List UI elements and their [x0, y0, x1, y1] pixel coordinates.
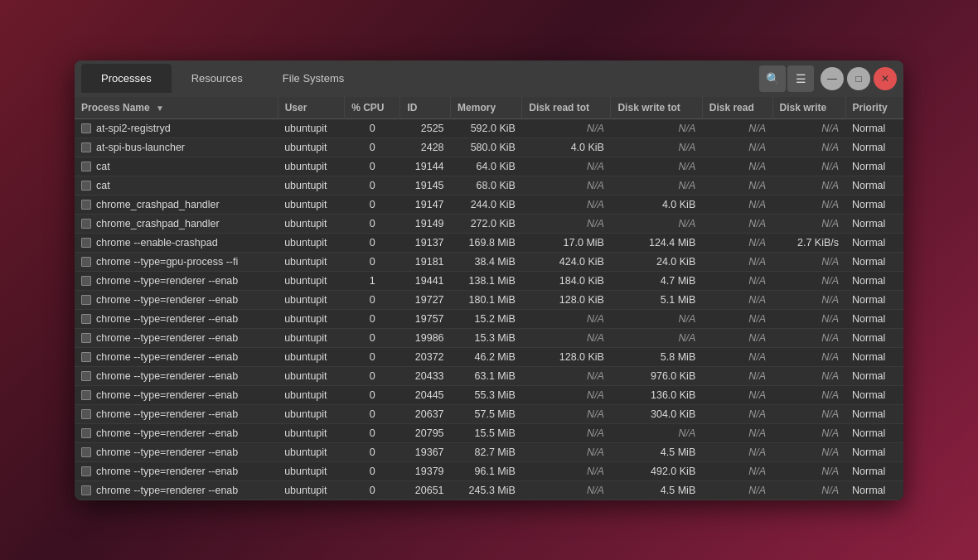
na-value: N/A: [821, 218, 839, 229]
cell-value: N/A: [772, 176, 845, 195]
table-row[interactable]: chrome --type=renderer --enabubuntupit11…: [75, 271, 903, 290]
table-row[interactable]: chrome --enable-crashpadubuntupit0191371…: [75, 233, 903, 252]
cell-memory: 63.1 MiB: [451, 366, 522, 385]
cell-user: ubuntupit: [278, 480, 345, 500]
cell-value: 4.0 KiB: [522, 138, 611, 157]
table-row[interactable]: at-spi2-registrydubuntupit02525592.0 KiB…: [75, 118, 903, 138]
process-name-text: chrome --type=renderer --enab: [96, 370, 238, 382]
na-value: N/A: [748, 294, 766, 306]
cell-value: N/A: [702, 271, 772, 290]
table-row[interactable]: chrome --type=renderer --enabubuntupit02…: [75, 423, 903, 442]
cell-value: N/A: [702, 328, 772, 347]
na-value: N/A: [678, 142, 695, 153]
cell-value: 128.0 KiB: [522, 347, 611, 366]
na-value: N/A: [748, 313, 766, 325]
table-row[interactable]: chrome --type=renderer --enabubuntupit01…: [75, 461, 903, 480]
cell-value: 2.7 KiB/s: [772, 233, 845, 252]
table-header-row: Process Name ▼ User % CPU ID Memory Disk…: [75, 97, 903, 119]
cell-value: N/A: [702, 252, 772, 271]
process-name-text: chrome_crashpad_handler: [96, 199, 220, 210]
table-row[interactable]: chrome --type=gpu-process --fiubuntupit0…: [75, 252, 903, 271]
cell-process-name: cat: [75, 157, 278, 176]
cell-cpu: 0: [345, 442, 400, 461]
col-header-process[interactable]: Process Name ▼: [75, 97, 278, 119]
cell-user: ubuntupit: [278, 138, 345, 157]
na-value: N/A: [587, 466, 604, 477]
na-value: N/A: [748, 180, 766, 191]
na-value: N/A: [748, 161, 766, 172]
cell-value: 24.0 KiB: [611, 252, 702, 271]
menu-button[interactable]: ☰: [787, 65, 814, 92]
tab-file-systems[interactable]: File Systems: [263, 64, 364, 93]
cell-priority: Normal: [845, 423, 903, 442]
cell-priority: Normal: [845, 157, 903, 176]
process-icon: [81, 352, 91, 362]
table-row[interactable]: chrome --type=renderer --enabubuntupit02…: [75, 404, 903, 423]
cell-value: N/A: [772, 423, 845, 442]
col-header-user[interactable]: User: [278, 97, 345, 119]
cell-id: 20445: [400, 385, 451, 404]
tab-processes[interactable]: Processes: [81, 64, 172, 93]
cell-value: N/A: [702, 176, 772, 195]
table-row[interactable]: chrome --type=renderer --enabubuntupit02…: [75, 347, 903, 366]
col-header-id[interactable]: ID: [400, 97, 451, 119]
cell-value: N/A: [772, 290, 845, 309]
na-value: N/A: [587, 427, 604, 439]
table-row[interactable]: catubuntupit01914568.0 KiBN/AN/AN/AN/ANo…: [75, 176, 903, 195]
table-row[interactable]: at-spi-bus-launcherubuntupit02428580.0 K…: [75, 138, 903, 157]
cell-cpu: 1: [345, 271, 400, 290]
na-value: N/A: [748, 275, 766, 287]
minimize-button[interactable]: —: [821, 67, 844, 90]
col-header-memory[interactable]: Memory: [451, 97, 522, 119]
col-header-disk-read-tot[interactable]: Disk read tot: [522, 97, 611, 119]
na-value: N/A: [678, 180, 695, 191]
cell-process-name: chrome --type=renderer --enab: [75, 367, 278, 385]
na-value: N/A: [587, 313, 604, 325]
cell-value: N/A: [772, 157, 845, 176]
process-table-container[interactable]: Process Name ▼ User % CPU ID Memory Disk…: [75, 97, 903, 500]
table-row[interactable]: chrome --type=renderer --enabubuntupit01…: [75, 309, 903, 328]
cell-value: N/A: [702, 366, 772, 385]
cell-user: ubuntupit: [278, 271, 345, 290]
table-row[interactable]: chrome --type=renderer --enabubuntupit01…: [75, 328, 903, 347]
table-row[interactable]: chrome_crashpad_handlerubuntupit01914927…: [75, 214, 903, 233]
table-row[interactable]: chrome --type=renderer --enabubuntupit02…: [75, 385, 903, 404]
process-icon: [81, 485, 91, 495]
cell-cpu: 0: [345, 138, 400, 157]
cell-value: N/A: [772, 138, 845, 157]
table-row[interactable]: catubuntupit01914464.0 KiBN/AN/AN/AN/ANo…: [75, 157, 903, 176]
cell-user: ubuntupit: [278, 461, 345, 480]
maximize-button[interactable]: □: [847, 67, 870, 90]
table-row[interactable]: chrome --type=renderer --enabubuntupit01…: [75, 442, 903, 461]
col-header-cpu[interactable]: % CPU: [345, 97, 400, 119]
cell-value: N/A: [702, 423, 772, 442]
na-value: N/A: [587, 408, 604, 420]
table-row[interactable]: chrome --type=renderer --enabubuntupit01…: [75, 290, 903, 309]
cell-cpu: 0: [345, 385, 400, 404]
cell-value: 136.0 KiB: [611, 385, 702, 404]
col-header-disk-write-tot[interactable]: Disk write tot: [611, 97, 702, 119]
col-header-disk-write[interactable]: Disk write: [772, 97, 845, 119]
close-button[interactable]: ✕: [874, 67, 897, 90]
table-row[interactable]: chrome_crashpad_handlerubuntupit01914724…: [75, 195, 903, 214]
col-header-priority[interactable]: Priority: [845, 97, 903, 119]
table-row[interactable]: chrome --type=renderer --enabubuntupit02…: [75, 480, 903, 500]
cell-value: N/A: [611, 118, 702, 138]
cell-id: 19181: [400, 252, 451, 271]
tab-resources[interactable]: Resources: [172, 64, 263, 93]
process-name-text: cat: [96, 180, 110, 191]
cell-cpu: 0: [345, 404, 400, 423]
process-icon: [81, 162, 91, 171]
cell-cpu: 0: [345, 233, 400, 252]
cell-priority: Normal: [845, 233, 903, 252]
cell-value: N/A: [702, 290, 772, 309]
cell-id: 19727: [400, 290, 451, 309]
cell-value: N/A: [611, 309, 702, 328]
cell-process-name: at-spi-bus-launcher: [75, 138, 278, 157]
cell-value: N/A: [522, 157, 611, 176]
cell-value: N/A: [611, 423, 702, 442]
table-row[interactable]: chrome --type=renderer --enabubuntupit02…: [75, 366, 903, 385]
search-button[interactable]: 🔍: [759, 65, 786, 92]
col-header-disk-read[interactable]: Disk read: [702, 97, 772, 119]
cell-process-name: chrome --type=renderer --enab: [75, 329, 278, 347]
